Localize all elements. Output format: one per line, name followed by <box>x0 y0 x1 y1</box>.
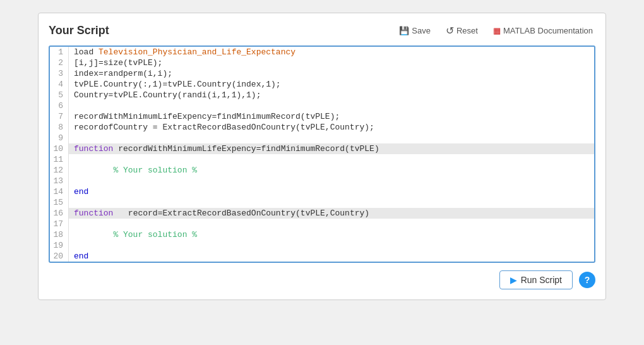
line-number: 2 <box>50 58 69 68</box>
reset-icon <box>446 25 454 37</box>
line-content <box>69 197 594 208</box>
line-number: 4 <box>50 79 69 90</box>
table-row: 19 <box>50 240 594 251</box>
main-container: Your Script Save Reset MATLAB Documentat… <box>0 0 644 345</box>
line-content <box>69 154 594 165</box>
line-content: Country=tvPLE.Country(randi(i,1,1),1); <box>69 90 594 100</box>
line-content: recordofCountry = ExtractRecordBasedOnCo… <box>69 122 594 133</box>
run-script-button[interactable]: ▶ Run Script <box>499 270 573 289</box>
matlab-icon <box>493 26 501 35</box>
line-content <box>69 133 594 143</box>
line-number: 11 <box>50 154 69 165</box>
table-row: 8recordofCountry = ExtractRecordBasedOnC… <box>50 122 594 133</box>
table-row: 14end <box>50 186 594 197</box>
save-button[interactable]: Save <box>397 25 433 37</box>
line-content: load Television_Physician_and_Life_Expec… <box>69 47 594 58</box>
footer-actions: ▶ Run Script ? <box>49 270 595 289</box>
line-number: 14 <box>50 186 69 197</box>
table-row: 1load Television_Physician_and_Life_Expe… <box>50 47 594 58</box>
table-row: 12 % Your solution % <box>50 165 594 176</box>
line-number: 8 <box>50 122 69 133</box>
line-number: 17 <box>50 219 69 229</box>
line-content <box>69 219 594 229</box>
table-row: 2[i,j]=size(tvPLE); <box>50 58 594 68</box>
table-row: 10function recordWithMinimumLifeExpency=… <box>50 143 594 154</box>
help-button[interactable]: ? <box>579 272 595 288</box>
line-number: 5 <box>50 90 69 100</box>
line-number: 12 <box>50 165 69 176</box>
line-content <box>69 100 594 111</box>
line-content: function record=ExtractRecordBasedOnCoun… <box>69 208 594 219</box>
line-content: % Your solution % <box>69 229 594 240</box>
save-label: Save <box>412 26 431 35</box>
table-row: 7recordWithMinimumLifeExpency=findMinimu… <box>50 111 594 122</box>
line-content: % Your solution % <box>69 165 594 176</box>
table-row: 5Country=tvPLE.Country(randi(i,1,1),1); <box>50 90 594 100</box>
matlab-docs-button[interactable]: MATLAB Documentation <box>491 25 595 37</box>
table-row: 3index=randperm(i,i); <box>50 68 594 79</box>
line-number: 18 <box>50 229 69 240</box>
save-icon <box>399 26 409 35</box>
panel-title: Your Script <box>49 24 109 37</box>
table-row: 6 <box>50 100 594 111</box>
table-row: 9 <box>50 133 594 143</box>
line-content <box>69 240 594 251</box>
line-content: function recordWithMinimumLifeExpency=fi… <box>69 143 594 154</box>
reset-label: Reset <box>456 26 478 35</box>
table-row: 13 <box>50 176 594 186</box>
table-row: 11 <box>50 154 594 165</box>
table-row: 4tvPLE.Country(:,1)=tvPLE.Country(index,… <box>50 79 594 90</box>
line-number: 3 <box>50 68 69 79</box>
line-number: 10 <box>50 143 69 154</box>
table-row: 20end <box>50 251 594 262</box>
line-content: recordWithMinimumLifeExpency=findMinimum… <box>69 111 594 122</box>
line-content: end <box>69 251 594 262</box>
code-lines: 1load Television_Physician_and_Life_Expe… <box>50 47 594 262</box>
header-actions: Save Reset MATLAB Documentation <box>397 23 595 38</box>
code-editor[interactable]: 1load Television_Physician_and_Life_Expe… <box>49 45 595 263</box>
table-row: 18 % Your solution % <box>50 229 594 240</box>
table-row: 17 <box>50 219 594 229</box>
line-number: 19 <box>50 240 69 251</box>
script-panel: Your Script Save Reset MATLAB Documentat… <box>38 13 606 300</box>
line-number: 9 <box>50 133 69 143</box>
line-content: index=randperm(i,i); <box>69 68 594 79</box>
help-label: ? <box>585 275 590 285</box>
run-icon: ▶ <box>510 275 517 285</box>
line-number: 15 <box>50 197 69 208</box>
line-number: 6 <box>50 100 69 111</box>
matlab-label: MATLAB Documentation <box>503 26 593 35</box>
line-content: tvPLE.Country(:,1)=tvPLE.Country(index,1… <box>69 79 594 90</box>
run-label: Run Script <box>521 275 562 285</box>
line-number: 7 <box>50 111 69 122</box>
reset-button[interactable]: Reset <box>443 23 480 38</box>
line-number: 20 <box>50 251 69 262</box>
line-content: [i,j]=size(tvPLE); <box>69 58 594 68</box>
panel-header: Your Script Save Reset MATLAB Documentat… <box>49 23 595 38</box>
line-content: end <box>69 186 594 197</box>
line-number: 1 <box>50 47 69 58</box>
table-row: 15 <box>50 197 594 208</box>
table-row: 16function record=ExtractRecordBasedOnCo… <box>50 208 594 219</box>
line-number: 16 <box>50 208 69 219</box>
line-number: 13 <box>50 176 69 186</box>
line-content <box>69 176 594 186</box>
